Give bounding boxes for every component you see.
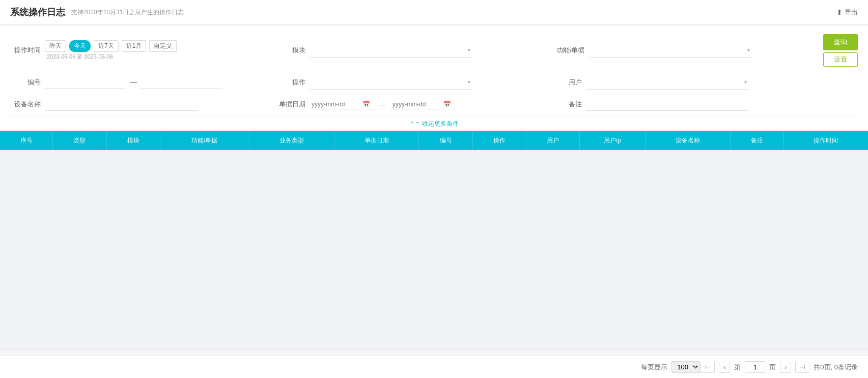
time-btn-7days[interactable]: 近7天: [94, 40, 119, 52]
user-dropdown[interactable]: ▾: [586, 75, 749, 90]
col-header-doc-date: 单据日期: [334, 131, 419, 150]
collapse-bar: ⌃⌃ 收起更多条件: [10, 115, 858, 130]
col-header-biz-type: 业务类型: [249, 131, 334, 150]
user-filter-col: 用户 ▾: [551, 75, 858, 90]
device-filter-col: 设备名称: [10, 98, 265, 111]
function-value: [591, 44, 747, 56]
chevron-down-icon-3: ▾: [468, 79, 470, 85]
last-page-button[interactable]: ⊣: [795, 362, 809, 373]
col-header-code: 编号: [419, 131, 472, 150]
scrollbar-inner: [0, 350, 868, 351]
code-input-end[interactable]: [141, 76, 222, 89]
page-container: 系统操作日志 支持2020年10月31日之后产生的操作日志 ⬆ 导出 操作时间 …: [0, 0, 868, 378]
query-button[interactable]: 查询: [823, 34, 858, 50]
col-header-operation: 操作: [472, 131, 526, 150]
time-btn-today[interactable]: 今天: [69, 40, 91, 52]
page-suffix: 页: [769, 363, 776, 372]
time-section: 昨天 今天 近7天 近1月 自定义 2023-06-06 至 2023-06-0…: [45, 40, 177, 61]
collapse-label: 收起更多条件: [422, 120, 459, 128]
header-left: 系统操作日志 支持2020年10月31日之后产生的操作日志: [10, 6, 184, 18]
settings-button[interactable]: 设置: [823, 52, 858, 67]
time-label: 操作时间: [10, 46, 41, 55]
time-btn-1month[interactable]: 近1月: [122, 40, 147, 52]
action-buttons: 查询 设置: [823, 34, 858, 67]
data-table: 序号 类型 模块 功能/单据 业务类型 单据日期 编号 操作 用户 用户ip 设…: [0, 131, 868, 150]
chevron-down-icon-4: ▾: [744, 79, 747, 85]
page-size-select[interactable]: 100 50 200: [671, 361, 700, 373]
filter-row-2: 编号 — 操作 ▾ 用户 ▾: [10, 75, 858, 90]
time-btn-yesterday[interactable]: 昨天: [45, 40, 66, 52]
time-range: 2023-06-06 至 2023-06-06: [47, 53, 177, 61]
code-filter-col: 编号 —: [10, 76, 265, 89]
code-input-start[interactable]: [45, 76, 126, 89]
remark-input[interactable]: [586, 98, 749, 111]
col-header-remark: 备注: [730, 131, 783, 150]
user-label: 用户: [551, 78, 582, 87]
time-btn-custom[interactable]: 自定义: [149, 40, 177, 52]
first-page-button[interactable]: ⊢: [701, 362, 715, 373]
horizontal-scrollbar[interactable]: [0, 350, 868, 356]
module-dropdown[interactable]: ▾: [310, 43, 472, 58]
page-number-input[interactable]: [745, 361, 765, 373]
module-label: 模块: [275, 46, 305, 55]
doc-date-end-field[interactable]: 📅: [390, 100, 457, 109]
page-header: 系统操作日志 支持2020年10月31日之后产生的操作日志 ⬆ 导出: [0, 0, 868, 25]
col-header-device: 设备名称: [646, 131, 731, 150]
device-label: 设备名称: [10, 100, 41, 109]
col-header-user-ip: 用户ip: [579, 131, 645, 150]
module-value: [312, 44, 468, 56]
operation-dropdown[interactable]: ▾: [310, 75, 472, 90]
filter-row-3: 设备名称 单据日期 📅 — 📅 备注: [10, 98, 858, 111]
function-filter-col: 功能/单据 ▾: [549, 43, 814, 58]
operation-filter-col: 操作 ▾: [275, 75, 541, 90]
per-page-label: 每页显示: [641, 363, 667, 372]
pagination-bar: 每页显示 100 50 200 ▾ ⊢ ‹ 第 页 › ⊣ 共0页, 0条记录: [0, 356, 868, 378]
page-subtitle: 支持2020年10月31日之后产生的操作日志: [71, 8, 184, 17]
module-filter-col: 模块 ▾: [275, 43, 539, 58]
export-icon: ⬆: [836, 8, 843, 16]
remark-label: 备注: [551, 100, 582, 109]
total-info: 共0页, 0条记录: [814, 363, 858, 372]
operation-label: 操作: [275, 78, 305, 87]
filter-area: 操作时间 昨天 今天 近7天 近1月 自定义 2023-06-06 至 2023…: [0, 26, 868, 130]
col-header-module: 模块: [106, 131, 160, 150]
time-filter-col: 操作时间 昨天 今天 近7天 近1月 自定义 2023-06-06 至 2023…: [10, 40, 265, 61]
device-input[interactable]: [45, 98, 198, 111]
col-header-user: 用户: [526, 131, 579, 150]
doc-date-end-input[interactable]: [393, 101, 443, 108]
date-dash: —: [380, 101, 386, 108]
next-page-button[interactable]: ›: [780, 362, 791, 373]
doc-date-start-field[interactable]: 📅: [310, 100, 376, 109]
table-container: 序号 类型 模块 功能/单据 业务类型 单据日期 编号 操作 用户 用户ip 设…: [0, 131, 868, 350]
time-buttons-group: 昨天 今天 近7天 近1月 自定义: [45, 40, 177, 52]
col-header-seqno: 序号: [0, 131, 53, 150]
collapse-button[interactable]: ⌃⌃ 收起更多条件: [410, 120, 459, 128]
function-label: 功能/单据: [549, 46, 585, 55]
table-header-row: 序号 类型 模块 功能/单据 业务类型 单据日期 编号 操作 用户 用户ip 设…: [0, 131, 868, 150]
calendar-icon-2: 📅: [443, 101, 451, 108]
export-label: 导出: [845, 8, 858, 17]
remark-filter-col: 备注: [551, 98, 858, 111]
collapse-chevron-icon: ⌃⌃: [410, 121, 420, 128]
page-title: 系统操作日志: [10, 6, 65, 18]
export-button[interactable]: ⬆ 导出: [836, 8, 858, 17]
calendar-icon-1: 📅: [362, 101, 370, 108]
filter-row-1: 操作时间 昨天 今天 近7天 近1月 自定义 2023-06-06 至 2023…: [10, 34, 858, 67]
col-header-op-time: 操作时间: [783, 131, 868, 150]
col-header-function: 功能/单据: [160, 131, 249, 150]
chevron-down-icon: ▾: [468, 47, 470, 53]
code-label: 编号: [10, 78, 41, 87]
chevron-down-icon-2: ▾: [747, 47, 750, 53]
doc-date-filter-col: 单据日期 📅 — 📅: [275, 100, 541, 109]
doc-date-label: 单据日期: [275, 100, 305, 109]
page-prefix: 第: [734, 363, 741, 372]
code-dash: —: [130, 78, 137, 86]
doc-date-start-input[interactable]: [312, 101, 362, 108]
function-dropdown[interactable]: ▾: [589, 43, 752, 58]
col-header-type: 类型: [53, 131, 106, 150]
user-value: [588, 76, 744, 88]
operation-value: [312, 76, 468, 88]
prev-page-button[interactable]: ‹: [719, 362, 730, 373]
